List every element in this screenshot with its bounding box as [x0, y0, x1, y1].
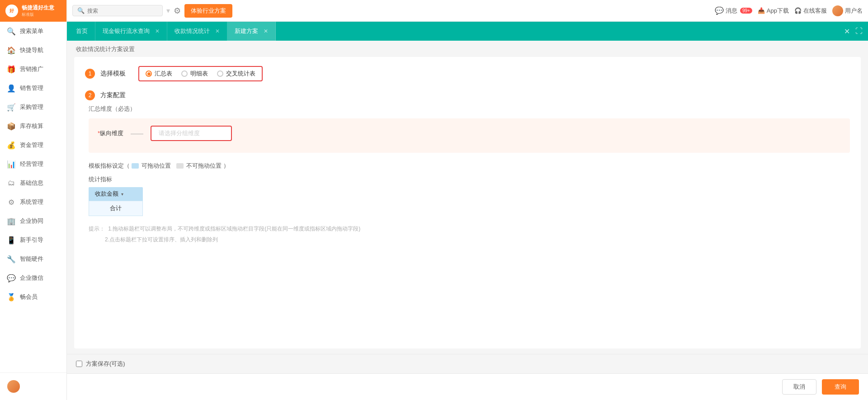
tab-home-label: 首页 [76, 27, 88, 35]
sidebar-item-label: 营销推广 [20, 65, 43, 73]
tips-section: 提示： 1.拖动标题栏可以调整布局，不可跨维度或指标区域拖动栏目字段(只能在同一… [89, 223, 850, 245]
step2-content: 汇总维度（必选） *纵向维度 —— 请选择分组维度 模板指标设定（ 可拖动位置 [85, 105, 850, 245]
radio-detail[interactable]: 明细表 [181, 70, 208, 78]
app-download-btn[interactable]: 📥 App下载 [758, 7, 789, 15]
sidebar-item-inventory[interactable]: 📦 库存核算 [0, 117, 66, 136]
header-cell-label: 收款金额 [95, 190, 118, 198]
sidebar-item-label: 销售管理 [20, 84, 43, 92]
tip2-row: 2.点击标题栏下拉可设置排序、插入列和删除列 [89, 234, 850, 245]
dimension-section-title: 汇总维度（必选） [89, 105, 850, 113]
close-bank-flow-icon[interactable]: ✕ [155, 28, 160, 34]
maximize-icon[interactable]: ⛶ [855, 27, 863, 35]
tab-bank-flow-label: 现金银行流水查询 [103, 27, 150, 35]
tip1-row: 提示： 1.拖动标题栏可以调整布局，不可跨维度或指标区域拖动栏目字段(只能在同一… [89, 223, 850, 234]
dimension-select[interactable]: 请选择分组维度 [151, 126, 232, 141]
logo-text: 畅捷通好生意 标准版 [22, 4, 54, 18]
sidebar-item-quick-nav[interactable]: 🏠 快捷导航 [0, 41, 66, 60]
sidebar-item-capital[interactable]: 💰 资金管理 [0, 136, 66, 155]
template-radio-group: 汇总表 明细表 交叉统计表 [138, 66, 263, 81]
online-service-btn[interactable]: 🎧 在线客服 [794, 7, 827, 15]
sidebar-item-label: 智能硬件 [20, 255, 43, 263]
vertical-dimension-label: 纵向维度 [100, 130, 123, 136]
legend-fixed-box [176, 163, 184, 169]
nav-tabs: 首页 现金银行流水查询 ✕ 收款情况统计 ✕ 新建方案 ✕ ✕ ⛶ [67, 22, 868, 41]
radio-summary[interactable]: 汇总表 [146, 70, 172, 78]
tab-new-plan[interactable]: 新建方案 ✕ [227, 22, 276, 41]
system-icon: ⚙ [7, 198, 15, 206]
gift-icon: 🎁 [7, 65, 15, 73]
save-checkbox[interactable] [76, 361, 82, 367]
sidebar-item-wechat[interactable]: 💬 企业微信 [0, 268, 66, 287]
online-service-label: 在线客服 [803, 7, 827, 15]
indicator-body-cell: 合计 [89, 201, 143, 216]
indicator-body: 合计 [89, 201, 143, 216]
sidebar-item-system[interactable]: ⚙ 系统管理 [0, 193, 66, 212]
sidebar-item-member[interactable]: 🏅 畅会员 [0, 287, 66, 306]
chevron-down-icon: ▾ [121, 192, 123, 197]
legend-draggable-box [132, 163, 139, 169]
legend-draggable: 可拖动位置 [132, 162, 171, 170]
search-dropdown-icon[interactable]: ▾ [166, 6, 170, 15]
sidebar-item-operations[interactable]: 📊 经营管理 [0, 155, 66, 174]
tip2-text: 2.点击标题栏下拉可设置排序、插入列和删除列 [105, 236, 218, 243]
sales-icon: 👤 [7, 84, 15, 92]
radio-cross-label: 交叉统计表 [226, 70, 255, 78]
form-card: 1 选择模板 汇总表 明细表 交叉统计表 [74, 57, 861, 348]
sidebar-item-label: 资金管理 [20, 141, 43, 149]
sidebar-item-label: 库存核算 [20, 122, 43, 130]
tab-home[interactable]: 首页 [67, 22, 95, 41]
topbar-avatar [832, 5, 843, 16]
close-new-plan-icon[interactable]: ✕ [264, 28, 268, 34]
sidebar-item-marketing[interactable]: 🎁 营销推广 [0, 60, 66, 79]
legend-fixed: 不可拖动位置 [176, 162, 222, 170]
close-tab-icon[interactable]: ✕ [844, 27, 850, 36]
radio-cross[interactable]: 交叉统计表 [217, 70, 255, 78]
step1-label: 选择模板 [100, 70, 126, 78]
member-icon: 🏅 [7, 293, 15, 301]
search-box[interactable]: 🔍 [72, 5, 163, 16]
trial-btn[interactable]: 体验行业方案 [184, 4, 232, 18]
sidebar-item-basic-info[interactable]: 🗂 基础信息 [0, 174, 66, 193]
sidebar-item-search-menu[interactable]: 🔍 搜索菜单 [0, 22, 66, 41]
radio-circle-cross [217, 71, 223, 77]
sidebar-item-guide[interactable]: 📱 新手引导 [0, 231, 66, 249]
message-label: 消息 [726, 7, 737, 15]
indicator-header-cell[interactable]: 收款金额 ▾ [89, 187, 143, 201]
tab-collection-stats[interactable]: 收款情况统计 ✕ [167, 22, 227, 41]
step1-row: 1 选择模板 汇总表 明细表 交叉统计表 [85, 66, 850, 81]
smart-hw-icon: 🔧 [7, 255, 15, 263]
tab-collection-stats-label: 收款情况统计 [175, 27, 210, 35]
dimension-required-star: *纵向维度 [98, 129, 123, 137]
indicator-group-label: 统计指标 [89, 175, 850, 184]
radio-circle-detail [181, 71, 188, 77]
user-account[interactable]: 用户名 [832, 5, 863, 16]
legend-draggable-label: 可拖动位置 [142, 162, 171, 170]
sidebar-item-label: 采购管理 [20, 103, 43, 111]
indicator-section: 模板指标设定（ 可拖动位置 不可拖动位置 ） 统计指标 [89, 162, 850, 216]
search-input[interactable] [87, 8, 151, 14]
download-icon: 📥 [758, 7, 765, 14]
close-collection-stats-icon[interactable]: ✕ [215, 28, 220, 34]
settings-icon[interactable]: ⚙ [174, 6, 181, 16]
tab-bank-flow[interactable]: 现金银行流水查询 ✕ [95, 22, 167, 41]
footer-bar: 取消 查询 [67, 373, 868, 400]
service-icon: 🎧 [794, 7, 802, 14]
radio-summary-label: 汇总表 [155, 70, 172, 78]
indicator-header: 收款金额 ▾ [89, 187, 143, 201]
topbar-right-actions: 💬 消息 99+ 📥 App下载 🎧 在线客服 用户名 [715, 5, 863, 16]
sidebar-avatar-row [0, 376, 66, 396]
sidebar-item-label: 搜索菜单 [20, 27, 43, 35]
message-btn[interactable]: 💬 消息 99+ [715, 6, 752, 15]
operations-icon: 📊 [7, 160, 15, 168]
step1-number: 1 [85, 69, 95, 79]
sidebar-item-sales[interactable]: 👤 销售管理 [0, 79, 66, 98]
sidebar-item-purchase[interactable]: 🛒 采购管理 [0, 98, 66, 117]
home-icon: 🏠 [7, 46, 15, 54]
search-menu-icon: 🔍 [7, 27, 15, 35]
sidebar-item-label: 快捷导航 [20, 46, 43, 54]
sidebar-item-smart-hw[interactable]: 🔧 智能硬件 [0, 249, 66, 268]
sidebar-item-enterprise[interactable]: 🏢 企业协同 [0, 212, 66, 231]
cancel-button[interactable]: 取消 [782, 379, 816, 395]
sidebar-bottom [0, 372, 66, 400]
query-button[interactable]: 查询 [822, 379, 859, 395]
